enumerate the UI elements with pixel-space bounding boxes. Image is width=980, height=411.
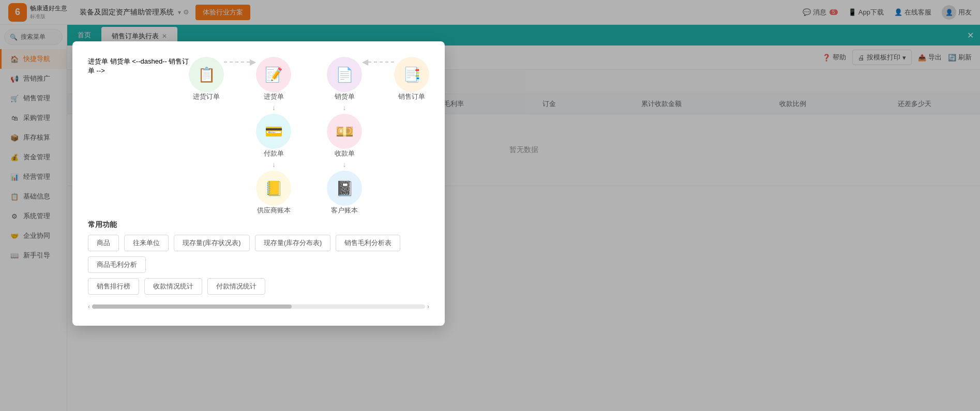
purchase-order-circle[interactable]: 📋 [189, 57, 224, 92]
supplier-icon: 📒 [265, 180, 283, 197]
scrollbar-track[interactable] [92, 305, 425, 309]
arrow-down-receipt: ↓ [343, 160, 346, 169]
receipt-circle[interactable]: 💴 [327, 114, 362, 149]
dashed-line-2 [368, 62, 394, 63]
col-sales-order: 📑 销售订单 [394, 57, 429, 101]
arrow-down-payment: ↓ [272, 160, 276, 169]
purchase-order-label: 进货订单 [193, 92, 220, 101]
common-btn-inventory-status[interactable]: 现存量(库存状况表) [174, 235, 250, 251]
purchase-order-icon: 📋 [198, 66, 216, 83]
purchase-label: 进货单 [264, 92, 284, 101]
common-btn-receipt-stats[interactable]: 收款情况统计 [144, 278, 202, 295]
supplier-circle[interactable]: 📒 [256, 171, 291, 206]
common-btn-product-profit[interactable]: 商品毛利分析 [88, 256, 146, 273]
customer-label: 客户账本 [331, 206, 358, 215]
common-btn-inventory-dist[interactable]: 现存量(库存分布表) [255, 235, 331, 251]
arrow-h1: ▶ [224, 57, 256, 67]
common-functions-title: 常用功能 [88, 220, 429, 230]
customer-circle[interactable]: 📓 [327, 171, 362, 206]
sales-order-circle[interactable]: 📑 [394, 57, 429, 92]
common-buttons-row1: 商品 往来单位 现存量(库存状况表) 现存量(库存分布表) 销售毛利分析表 商品… [88, 235, 429, 273]
dashed-line-1 [224, 62, 250, 63]
arrow-h2: ◀ [362, 57, 394, 67]
modal-overlay[interactable]: 进货单 销货单 <--dashed-- 销售订单 --> 📋 进货订单 ▶ 📝 … [0, 0, 980, 411]
supplier-label: 供应商账本 [257, 206, 291, 215]
sale-icon: 📄 [336, 66, 354, 83]
payment-label: 付款单 [264, 149, 284, 158]
purchase-icon: 📝 [265, 66, 283, 83]
arrow-left-2: ◀ [362, 57, 368, 67]
payment-icon: 💳 [265, 123, 283, 140]
customer-icon: 📓 [336, 180, 354, 197]
arrow-right-1: ▶ [250, 57, 256, 67]
common-btn-payment-stats[interactable]: 付款情况统计 [207, 278, 265, 295]
sales-order-label: 销售订单 [398, 92, 425, 101]
modal-scrollbar: ‹ › [88, 303, 429, 310]
common-btn-product[interactable]: 商品 [88, 235, 119, 251]
common-btn-unit[interactable]: 往来单位 [124, 235, 169, 251]
sale-label: 销货单 [335, 92, 355, 101]
common-functions-section: 常用功能 商品 往来单位 现存量(库存状况表) 现存量(库存分布表) 销售毛利分… [88, 220, 429, 295]
common-btn-sales-profit[interactable]: 销售毛利分析表 [336, 235, 400, 251]
arrow-down-purchase: ↓ [272, 103, 276, 112]
purchase-circle[interactable]: 📝 [256, 57, 291, 92]
sales-order-icon: 📑 [403, 66, 421, 83]
scroll-left-icon[interactable]: ‹ [88, 303, 90, 310]
col-purchase-order: 📋 进货订单 [189, 57, 224, 101]
receipt-label: 收款单 [335, 149, 355, 158]
scrollbar-thumb[interactable] [92, 305, 292, 309]
common-btn-sales-rank[interactable]: 销售排行榜 [88, 278, 139, 295]
receipt-icon: 💴 [336, 123, 354, 140]
col-sale: 📄 销货单 ↓ 💴 收款单 ↓ 📓 客户账本 [327, 57, 362, 215]
flow-modal: 进货单 销货单 <--dashed-- 销售订单 --> 📋 进货订单 ▶ 📝 … [72, 41, 445, 326]
col-purchase: 📝 进货单 ↓ 💳 付款单 ↓ 📒 供应商账本 [256, 57, 291, 215]
payment-circle[interactable]: 💳 [256, 114, 291, 149]
flow-diagram: 进货单 销货单 <--dashed-- 销售订单 --> 📋 进货订单 ▶ 📝 … [88, 57, 429, 215]
common-buttons-row2: 销售排行榜 收款情况统计 付款情况统计 [88, 278, 429, 295]
sale-circle[interactable]: 📄 [327, 57, 362, 92]
scroll-right-icon[interactable]: › [427, 303, 429, 310]
arrow-down-sale: ↓ [343, 103, 346, 112]
